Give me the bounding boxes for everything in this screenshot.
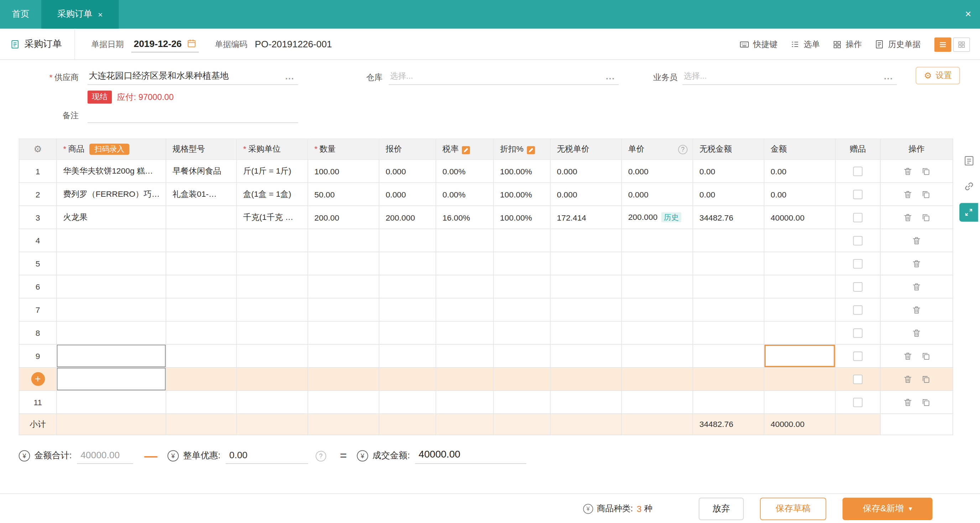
gift-checkbox[interactable] [853, 398, 862, 407]
cell-discount[interactable] [493, 368, 550, 391]
scan-input-button[interactable]: 扫码录入 [89, 144, 129, 155]
cell-unit[interactable]: 千克(1千克 … [237, 206, 308, 229]
cell-spec[interactable] [166, 321, 237, 344]
tab-close-icon[interactable]: × [98, 10, 103, 19]
supplier-more-icon[interactable]: ... [285, 71, 294, 81]
cell-quote[interactable] [379, 275, 436, 298]
expand-panel-icon[interactable] [959, 203, 978, 222]
cell-discount[interactable] [493, 344, 550, 368]
cell-unit[interactable] [237, 321, 308, 344]
cell-product[interactable]: 华美华夫软饼1200g 糕… [57, 159, 166, 182]
add-row-button[interactable]: + [31, 372, 45, 386]
delete-row-icon[interactable] [912, 282, 921, 292]
cell-discount[interactable] [493, 252, 550, 275]
cell-product[interactable]: 火龙果 [57, 206, 166, 229]
cell-product[interactable] [57, 321, 166, 344]
cell-discount[interactable]: 100.00% [493, 159, 550, 182]
cell-spec[interactable] [166, 252, 237, 275]
salesman-more-icon[interactable]: ... [884, 71, 893, 81]
cell-qty[interactable] [308, 368, 379, 391]
delete-row-icon[interactable] [912, 328, 921, 338]
cell-notax_price[interactable] [550, 298, 621, 321]
cell-unit[interactable] [237, 298, 308, 321]
cell-discount[interactable] [493, 229, 550, 252]
cell-unit[interactable] [237, 391, 308, 414]
copy-row-icon[interactable] [921, 190, 930, 199]
gift-checkbox[interactable] [853, 305, 862, 314]
cell-product[interactable] [57, 391, 166, 414]
cell-unit[interactable] [237, 275, 308, 298]
cell-amount[interactable]: 0.00 [764, 182, 835, 206]
cell-spec[interactable] [166, 206, 237, 229]
cell-unit[interactable] [237, 344, 308, 368]
cell-notax_amount[interactable]: 0.00 [693, 182, 764, 206]
cell-spec[interactable] [166, 368, 237, 391]
cell-spec[interactable] [166, 275, 237, 298]
history-docs-button[interactable]: 历史单据 [874, 39, 921, 50]
cell-qty[interactable] [308, 344, 379, 368]
remark-input[interactable] [88, 106, 298, 123]
table-settings-icon[interactable]: ⚙ [33, 144, 42, 154]
cell-tax[interactable] [436, 252, 493, 275]
cell-qty[interactable] [308, 298, 379, 321]
cell-quote[interactable]: 0.000 [379, 182, 436, 206]
gift-checkbox[interactable] [853, 328, 862, 338]
cell-qty[interactable] [308, 391, 379, 414]
delete-row-icon[interactable] [903, 213, 912, 222]
cell-amount[interactable]: 40000.00 [764, 206, 835, 229]
calendar-icon[interactable] [186, 38, 196, 48]
cell-tax[interactable] [436, 229, 493, 252]
menu-button[interactable]: 选单 [790, 39, 820, 50]
delete-row-icon[interactable] [903, 190, 912, 199]
cell-quote[interactable] [379, 321, 436, 344]
save-new-button[interactable]: 保存&新增 ▾ [843, 498, 933, 520]
cell-notax_price[interactable] [550, 368, 621, 391]
cell-notax_price[interactable] [550, 275, 621, 298]
cell-quote[interactable] [379, 229, 436, 252]
cell-qty[interactable]: 200.00 [308, 206, 379, 229]
doc-type-tab[interactable]: 采购订单 [0, 29, 75, 60]
cell-tax[interactable] [436, 344, 493, 368]
cell-tax[interactable] [436, 391, 493, 414]
grid-view-toggle[interactable] [953, 37, 970, 51]
cell-price[interactable]: 200.000历史 [621, 206, 693, 229]
cell-amount[interactable] [764, 275, 835, 298]
delete-row-icon[interactable] [903, 398, 912, 407]
cell-notax_amount[interactable] [693, 321, 764, 344]
shortcuts-button[interactable]: 快捷键 [739, 39, 777, 50]
cell-amount[interactable] [764, 298, 835, 321]
order-discount-input[interactable]: 0.00 [226, 448, 308, 464]
cell-amount[interactable] [764, 321, 835, 344]
cell-quote[interactable] [379, 252, 436, 275]
gift-checkbox[interactable] [853, 190, 862, 199]
copy-row-icon[interactable] [921, 213, 930, 222]
cancel-button[interactable]: 放弃 [699, 498, 743, 520]
cell-product[interactable] [57, 344, 166, 368]
supplier-input[interactable]: 大连花园口经济区景和水果种植基地 ... [88, 68, 298, 85]
cell-amount[interactable] [764, 368, 835, 391]
window-close-icon[interactable]: × [965, 0, 971, 29]
delete-row-icon[interactable] [912, 259, 921, 268]
cell-qty[interactable] [308, 229, 379, 252]
gift-checkbox[interactable] [853, 352, 862, 361]
cell-discount[interactable] [493, 298, 550, 321]
cell-price[interactable] [621, 298, 693, 321]
cell-tax[interactable] [436, 321, 493, 344]
cell-price[interactable] [621, 321, 693, 344]
notes-panel-icon[interactable] [960, 152, 977, 169]
cell-product[interactable] [57, 275, 166, 298]
cell-notax_price[interactable] [550, 229, 621, 252]
cell-product[interactable] [57, 298, 166, 321]
copy-row-icon[interactable] [921, 398, 930, 407]
cell-tax[interactable]: 0.00% [436, 182, 493, 206]
cell-discount[interactable] [493, 275, 550, 298]
delete-row-icon[interactable] [903, 167, 912, 176]
cell-unit[interactable] [237, 252, 308, 275]
cell-price[interactable] [621, 252, 693, 275]
cell-spec[interactable]: 早餐休闲食品 [166, 159, 237, 182]
delete-row-icon[interactable] [912, 305, 921, 314]
copy-row-icon[interactable] [921, 375, 930, 384]
gift-checkbox[interactable] [853, 213, 862, 222]
cell-quote[interactable]: 0.000 [379, 159, 436, 182]
cell-discount[interactable] [493, 391, 550, 414]
